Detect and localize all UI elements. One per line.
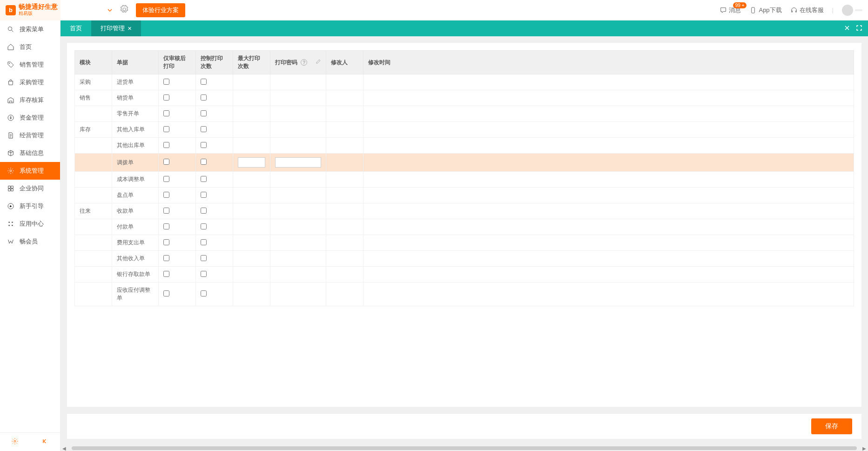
control-count-checkbox[interactable] (201, 208, 207, 214)
industry-plan-button[interactable]: 体验行业方案 (136, 3, 185, 17)
sidebar-item-2[interactable]: 销售管理 (0, 56, 60, 74)
column-header: 模块 (75, 51, 112, 74)
control-count-checkbox[interactable] (201, 271, 207, 277)
sidebar-item-label: 采购管理 (20, 78, 44, 87)
horizontal-scrollbar[interactable]: ◀ ▶ (61, 445, 868, 451)
apps-icon (7, 220, 15, 228)
company-selector[interactable] (70, 7, 113, 13)
audit-print-checkbox[interactable] (163, 110, 169, 116)
sidebar-item-12[interactable]: 畅会员 (0, 233, 60, 250)
control-count-checkbox[interactable] (201, 290, 207, 296)
module-cell: 销售 (75, 90, 112, 106)
audit-print-checkbox[interactable] (163, 142, 169, 148)
audit-print-checkbox[interactable] (163, 192, 169, 198)
control-count-checkbox[interactable] (201, 94, 207, 101)
module-cell (75, 154, 112, 172)
header-right: 消息 99 + App下载 在线客服 | (720, 5, 862, 16)
audit-print-checkbox[interactable] (163, 271, 169, 277)
sidebar-item-5[interactable]: 资金管理 (0, 109, 60, 127)
modifier-cell (326, 74, 363, 90)
doc-cell: 其他出库单 (112, 138, 159, 154)
control-count-checkbox[interactable] (201, 192, 207, 198)
tab-close-icon[interactable]: ✕ (128, 26, 132, 32)
doc-cell: 银行存取款单 (112, 267, 159, 283)
table-row: 应收应付调整单 (75, 283, 854, 306)
sidebar-item-11[interactable]: 应用中心 (0, 215, 60, 233)
audit-print-checkbox[interactable] (163, 223, 169, 229)
sidebar-item-3[interactable]: 采购管理 (0, 74, 60, 91)
user-menu[interactable] (842, 5, 862, 16)
password-input[interactable] (275, 157, 321, 168)
audit-print-checkbox[interactable] (163, 159, 169, 165)
audit-print-checkbox[interactable] (163, 290, 169, 296)
control-count-checkbox[interactable] (201, 159, 207, 165)
scroll-right-arrow[interactable]: ▶ (862, 446, 866, 451)
control-count-checkbox[interactable] (201, 142, 207, 148)
online-service-link[interactable]: 在线客服 (790, 6, 824, 14)
logo[interactable]: b 畅捷通好生意 精易版 (0, 0, 61, 20)
sidebar-item-0[interactable]: 搜索菜单 (0, 20, 60, 38)
control-count-checkbox[interactable] (201, 79, 207, 85)
max-count-cell (233, 106, 270, 122)
messages-link[interactable]: 消息 99 + (720, 6, 741, 14)
svg-point-7 (12, 222, 13, 223)
search-icon (7, 25, 15, 34)
sidebar-item-10[interactable]: 新手引导 (0, 197, 60, 215)
audit-print-cell (159, 203, 196, 219)
sidebar-collapse-button[interactable] (30, 433, 61, 451)
audit-print-checkbox[interactable] (163, 79, 169, 85)
home-icon (7, 43, 15, 51)
online-service-label: 在线客服 (800, 6, 824, 14)
modifier-cell (326, 235, 363, 251)
modifier-cell (326, 251, 363, 267)
sidebar-item-8[interactable]: 系统管理 (0, 162, 60, 180)
tab-0[interactable]: 首页 (61, 20, 91, 36)
sidebar-item-1[interactable]: 首页 (0, 38, 60, 56)
logo-icon: b (6, 5, 16, 15)
sidebar-settings-button[interactable] (0, 433, 30, 451)
control-count-checkbox[interactable] (201, 223, 207, 229)
sidebar-footer (0, 432, 60, 451)
control-count-cell (196, 203, 233, 219)
scroll-thumb[interactable] (72, 446, 857, 450)
scroll-left-arrow[interactable]: ◀ (62, 446, 66, 451)
tab-close-all-icon[interactable] (844, 25, 850, 33)
settings-icon[interactable] (120, 5, 128, 15)
audit-print-checkbox[interactable] (163, 239, 169, 245)
chevron-down-icon (107, 7, 113, 13)
warehouse-icon (7, 96, 15, 104)
control-count-checkbox[interactable] (201, 176, 207, 182)
sidebar-item-7[interactable]: 基础信息 (0, 144, 60, 162)
password-cell (270, 235, 326, 251)
max-count-input[interactable] (238, 157, 265, 168)
control-count-checkbox[interactable] (201, 239, 207, 245)
audit-print-checkbox[interactable] (163, 176, 169, 182)
fullscreen-icon[interactable] (856, 25, 862, 33)
doc-cell: 调拨单 (112, 154, 159, 172)
headset-icon (790, 7, 798, 14)
column-header: 打印密码 ? (270, 51, 326, 74)
sidebar-item-4[interactable]: 库存核算 (0, 91, 60, 109)
compass-icon (7, 202, 15, 210)
modifier-cell (326, 188, 363, 203)
sidebar-item-label: 基础信息 (20, 149, 44, 157)
save-button[interactable]: 保存 (811, 418, 852, 434)
edit-icon[interactable] (316, 59, 321, 66)
audit-print-checkbox[interactable] (163, 255, 169, 261)
help-icon[interactable]: ? (301, 59, 307, 66)
table-row: 其他出库单 (75, 138, 854, 154)
sidebar-item-6[interactable]: 经营管理 (0, 127, 60, 144)
audit-print-checkbox[interactable] (163, 208, 169, 214)
sidebar-item-9[interactable]: 企业协同 (0, 180, 60, 197)
control-count-checkbox[interactable] (201, 126, 207, 132)
audit-print-checkbox[interactable] (163, 126, 169, 132)
max-count-cell (233, 188, 270, 203)
audit-print-cell (159, 154, 196, 172)
control-count-cell (196, 138, 233, 154)
column-header: 控制打印次数 (196, 51, 233, 74)
app-download-link[interactable]: App下载 (749, 6, 781, 14)
audit-print-checkbox[interactable] (163, 94, 169, 101)
control-count-checkbox[interactable] (201, 110, 207, 116)
tab-1[interactable]: 打印管理✕ (91, 20, 141, 36)
control-count-checkbox[interactable] (201, 255, 207, 261)
